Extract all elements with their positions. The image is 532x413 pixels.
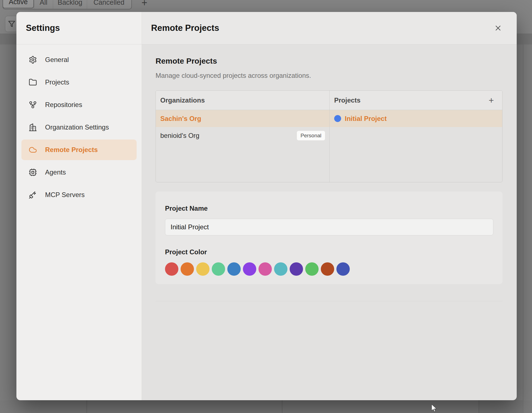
organization-row-sachins-org[interactable]: Sachin's Org <box>156 110 329 127</box>
organization-name: Sachin's Org <box>160 115 201 123</box>
background-right-column <box>479 400 523 413</box>
sidebar-header: Settings <box>16 12 142 44</box>
mouse-cursor <box>430 404 439 413</box>
tab-backlog[interactable]: Backlog <box>53 0 87 9</box>
project-name-input[interactable] <box>165 219 493 235</box>
page-title: Remote Projects <box>151 23 219 33</box>
sidebar-item-label: General <box>45 56 69 64</box>
color-swatch-green[interactable] <box>305 262 319 276</box>
cpu-icon <box>29 168 37 176</box>
projects-column: Projects + Initial Project <box>329 91 502 182</box>
settings-modal: Settings General Projects <box>16 12 517 400</box>
sidebar-item-label: Remote Projects <box>45 146 98 154</box>
filter-icon <box>8 20 15 28</box>
sidebar-item-label: Projects <box>45 78 69 86</box>
background-column-divider <box>87 400 87 413</box>
project-details-panel: Project Name Project Color <box>156 191 503 284</box>
project-name-label: Project Name <box>165 205 492 212</box>
settings-sidebar: Settings General Projects <box>16 12 142 400</box>
settings-title: Settings <box>26 23 60 33</box>
background-column-divider <box>479 400 479 413</box>
project-name: Initial Project <box>345 115 387 123</box>
tab-all[interactable]: All <box>34 0 53 9</box>
background-column-divider <box>282 400 282 413</box>
sidebar-item-agents[interactable]: Agents <box>21 162 137 183</box>
git-fork-icon <box>29 101 37 109</box>
content-body: Remote Projects Manage cloud-synced proj… <box>142 44 517 400</box>
personal-badge: Personal <box>297 131 325 140</box>
sidebar-item-mcp-servers[interactable]: MCP Servers <box>21 185 137 205</box>
sidebar-nav: General Projects Repositories <box>16 44 142 205</box>
sidebar-item-projects[interactable]: Projects <box>21 72 137 93</box>
sidebar-item-label: MCP Servers <box>45 191 85 199</box>
sidebar-item-organization-settings[interactable]: Organization Settings <box>21 117 137 138</box>
sidebar-item-repositories[interactable]: Repositories <box>21 94 137 115</box>
project-row-initial-project[interactable]: Initial Project <box>330 110 502 127</box>
section-divider <box>156 301 503 301</box>
sidebar-item-remote-projects[interactable]: Remote Projects <box>21 140 137 160</box>
background-right-divider <box>523 44 523 413</box>
organization-name: benioid's Org <box>160 132 199 140</box>
organizations-column: Organizations Sachin's Org benioid's Org… <box>156 91 329 182</box>
color-swatch-royal-blue[interactable] <box>336 262 350 276</box>
building-icon <box>29 123 37 131</box>
color-swatch-pink[interactable] <box>258 262 272 276</box>
cloud-icon <box>29 146 37 154</box>
background-tab-bar: Active All Backlog Cancelled <box>3 0 132 9</box>
color-swatch-yellow[interactable] <box>196 262 210 276</box>
content-header: Remote Projects <box>142 12 517 44</box>
plug-icon <box>29 191 37 199</box>
sidebar-item-general[interactable]: General <box>21 49 137 70</box>
organizations-projects-table: Organizations Sachin's Org benioid's Org… <box>156 90 503 182</box>
section-title: Remote Projects <box>156 56 503 66</box>
color-swatch-violet[interactable] <box>243 262 256 276</box>
add-project-button[interactable]: + <box>485 96 498 105</box>
close-button[interactable] <box>493 23 503 33</box>
project-color-dot <box>334 115 341 122</box>
close-icon <box>494 24 502 32</box>
color-swatch-mint[interactable] <box>212 262 225 276</box>
color-swatch-blue[interactable] <box>227 262 241 276</box>
sidebar-item-label: Agents <box>45 168 66 176</box>
folder-icon <box>29 78 37 86</box>
project-color-label: Project Color <box>165 248 492 256</box>
screen: Active All Backlog Cancelled + Settings <box>0 0 532 413</box>
color-swatch-indigo[interactable] <box>290 262 303 276</box>
gear-icon <box>29 56 37 64</box>
color-swatches <box>165 262 492 276</box>
projects-header-label: Projects <box>334 96 361 104</box>
color-swatch-orange[interactable] <box>181 262 194 276</box>
sidebar-item-label: Organization Settings <box>45 123 109 131</box>
color-swatch-teal[interactable] <box>274 262 287 276</box>
projects-header: Projects + <box>330 91 502 110</box>
organization-row-benioids-org[interactable]: benioid's Org Personal <box>156 127 329 144</box>
organizations-header: Organizations <box>156 91 329 110</box>
section-subtitle: Manage cloud-synced projects across orga… <box>156 72 503 79</box>
color-swatch-rust[interactable] <box>321 262 334 276</box>
add-tab-button[interactable]: + <box>139 0 150 9</box>
background-bottom-strip <box>0 400 532 413</box>
sidebar-item-label: Repositories <box>45 101 82 109</box>
tab-cancelled[interactable]: Cancelled <box>87 0 131 9</box>
settings-content: Remote Projects Remote Projects Manage c… <box>142 12 517 400</box>
color-swatch-red[interactable] <box>165 262 178 276</box>
tab-active[interactable]: Active <box>3 0 34 8</box>
